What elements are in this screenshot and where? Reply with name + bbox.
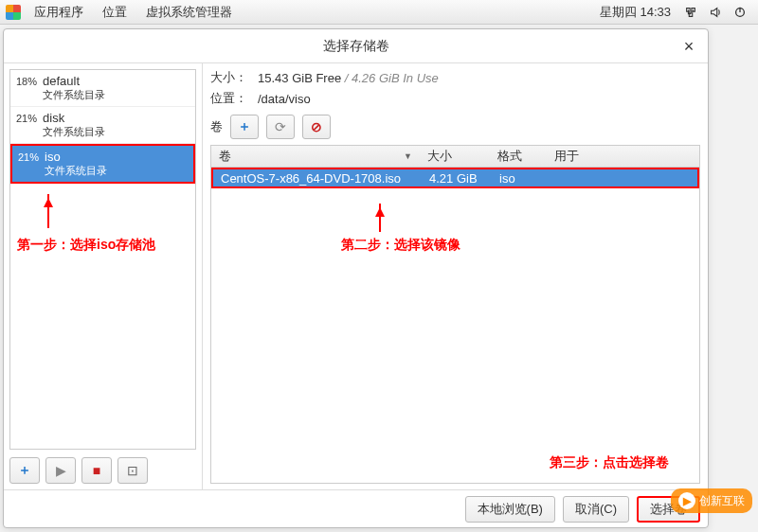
volume-label: 卷: [210, 118, 223, 135]
sidebar-toolbar: ＋ ▶ ■ ⊡: [4, 453, 202, 489]
watermark: ▶ 创新互联: [671, 488, 752, 513]
dialog-title-bar: 选择存储卷 ×: [4, 29, 708, 63]
cancel-button[interactable]: 取消(C): [563, 496, 629, 523]
col-format[interactable]: 格式: [490, 148, 547, 165]
vol-name: CentOS-7-x86_64-DVD-1708.iso: [213, 171, 422, 186]
col-volume[interactable]: 卷▼: [211, 148, 420, 165]
volume-row-centos[interactable]: CentOS-7-x86_64-DVD-1708.iso 4.21 GiB is…: [211, 168, 699, 188]
pool-sub: 文件系统目录: [43, 88, 105, 102]
main-pane: 大小： 15.43 GiB Free / 4.26 GiB In Use 位置：…: [203, 63, 708, 489]
pool-item-iso[interactable]: 21% iso 文件系统目录: [10, 144, 195, 184]
browse-local-button[interactable]: 本地浏览(B): [465, 496, 555, 523]
menu-places[interactable]: 位置: [93, 4, 136, 21]
location-value: /data/viso: [258, 92, 311, 106]
add-volume-button[interactable]: ＋: [230, 115, 259, 139]
add-pool-button[interactable]: ＋: [9, 457, 40, 484]
location-label: 位置：: [210, 90, 258, 107]
dialog-title-text: 选择存储卷: [323, 38, 389, 55]
storage-pool-sidebar: 18% default 文件系统目录 21% disk 文件系统目录 21%: [4, 63, 203, 489]
apps-launcher-icon[interactable]: [6, 5, 21, 20]
storage-volume-dialog: 选择存储卷 × 18% default 文件系统目录 21% disk 文件系统…: [3, 28, 709, 528]
sort-desc-icon: ▼: [404, 151, 412, 161]
power-icon[interactable]: [731, 4, 749, 21]
watermark-icon: ▶: [678, 492, 695, 509]
pool-name: default: [43, 74, 105, 88]
menu-applications[interactable]: 应用程序: [25, 4, 93, 21]
pool-sub: 文件系统目录: [45, 164, 107, 178]
volume-icon[interactable]: [707, 4, 724, 21]
col-used[interactable]: 用于: [547, 148, 699, 165]
stop-pool-button[interactable]: ■: [81, 457, 112, 484]
pool-item-default[interactable]: 18% default 文件系统目录: [10, 70, 195, 107]
pool-name: disk: [43, 111, 105, 125]
menu-app-name[interactable]: 虚拟系统管理器: [136, 4, 242, 21]
delete-volume-button[interactable]: ⊘: [302, 115, 331, 139]
volume-toolbar: 卷 ＋ ⟳ ⊘: [210, 115, 700, 139]
size-label: 大小：: [210, 69, 258, 86]
pool-name: iso: [45, 150, 107, 164]
refresh-volume-button[interactable]: ⟳: [266, 115, 295, 139]
vol-format: iso: [492, 171, 549, 186]
clock[interactable]: 星期四 14:33: [600, 4, 671, 21]
pool-sub: 文件系统目录: [43, 125, 105, 139]
size-value: 15.43 GiB Free / 4.26 GiB In Use: [258, 71, 439, 85]
open-pool-button[interactable]: ⊡: [117, 457, 148, 484]
size-row: 大小： 15.43 GiB Free / 4.26 GiB In Use: [210, 69, 700, 86]
pool-list: 18% default 文件系统目录 21% disk 文件系统目录 21%: [9, 69, 196, 450]
top-menu-bar: 应用程序 位置 虚拟系统管理器 星期四 14:33: [0, 0, 758, 25]
pool-item-disk[interactable]: 21% disk 文件系统目录: [10, 107, 195, 144]
col-size[interactable]: 大小: [420, 148, 490, 165]
pool-pct: 21%: [18, 151, 39, 163]
volume-header: 卷▼ 大小 格式 用于: [210, 145, 700, 168]
location-row: 位置： /data/viso: [210, 90, 700, 107]
pool-pct: 18%: [16, 76, 37, 87]
pool-pct: 21%: [16, 113, 37, 124]
close-icon[interactable]: ×: [679, 37, 698, 56]
volume-list: CentOS-7-x86_64-DVD-1708.iso 4.21 GiB is…: [210, 168, 700, 484]
vol-size: 4.21 GiB: [422, 171, 492, 186]
network-icon[interactable]: [682, 4, 699, 21]
dialog-footer: 本地浏览(B) 取消(C) 选择卷: [4, 489, 708, 527]
start-pool-button[interactable]: ▶: [45, 457, 76, 484]
